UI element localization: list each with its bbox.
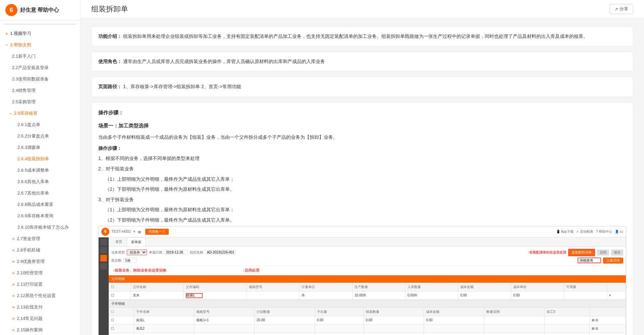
- app-parent-table-body: ☐ 关木 件 10.00件 0.00件 0.00: [109, 291, 626, 300]
- app-btn-bom[interactable]: 选装配料清单: [568, 249, 595, 256]
- app-field-org-label: 组织名称: [190, 249, 203, 256]
- sidebar-item-finance[interactable]: + 2.7资金管理: [0, 233, 80, 244]
- sidebar-item-payment[interactable]: + 2.13在线支付: [0, 301, 80, 313]
- cell-unit: 件: [300, 291, 353, 300]
- sidebar-item-help-docs[interactable]: − 2.帮助文档: [0, 39, 80, 51]
- sidebar-item-cost-recalc[interactable]: 2.6.8商品成本重算: [0, 199, 80, 210]
- app-child-table-body: ☐ 南瓜L 规格1+1 20.00 0.00 0.00 0.00: [109, 316, 626, 335]
- logo-text: 好生意 帮助中心: [20, 7, 59, 14]
- app-field-qty[interactable]: [123, 258, 137, 263]
- intro-block: 功能介绍： 组装拆卸单用来处理企业组装或拆卸等加工业务，支持有固定装配清单的产品…: [91, 26, 633, 46]
- path-text: 1、库存核算->库存管理->组装拆卸单 2、首页->常用功能: [123, 84, 241, 89]
- role-block: 使用角色： 通常由生产人员或库管人员完成拆装业务的操作，库管人员确认原材料的出库…: [91, 52, 633, 71]
- app-field-org[interactable]: [205, 250, 235, 255]
- col-avail: 可用量: [564, 283, 607, 291]
- col-cost-unit: 成本单价: [511, 283, 564, 291]
- path-label: 页面路径：: [98, 84, 122, 89]
- sidebar-item-stocktake[interactable]: 2.6.1盘点单: [0, 119, 80, 130]
- col-ops2: [590, 308, 626, 316]
- app-field-date[interactable]: [164, 250, 188, 255]
- app-field-supplier[interactable]: [578, 258, 601, 263]
- app-field-date-label: 单据日期: [149, 249, 162, 256]
- col-plan-qty: 计划数量: [255, 308, 315, 316]
- app-form-row: 业务类型 组装单 拆卸单 单据日期 组织名称: [111, 249, 623, 256]
- sidebar-item-video[interactable]: + 1.视频学习: [0, 28, 80, 39]
- sidebar-item-mobile[interactable]: + 2.8手机旺铺: [0, 244, 80, 256]
- sidebar-header: 6 好生意 帮助中心: [0, 0, 80, 20]
- sidebar-item-faq[interactable]: + 2.14常见问题: [0, 313, 80, 324]
- app-btn-save[interactable]: 保存: [611, 249, 623, 256]
- app-field-type[interactable]: 组装单 拆卸单: [127, 249, 147, 255]
- cell-in-qty: 0.00件: [405, 291, 458, 300]
- annotation-bom: ↑有装配清单的在这里处理: [528, 249, 566, 256]
- sidebar-item-transfer[interactable]: 2.6.3调拨单: [0, 142, 80, 153]
- sidebar-item-purchase[interactable]: 2.5采购管理: [0, 96, 80, 108]
- sidebar-item-newbie[interactable]: 2.1新手入门: [0, 51, 80, 62]
- sidebar-item-other-in[interactable]: 2.6.6其他入库单: [0, 176, 80, 187]
- sidebar-item-personalize[interactable]: + 2.12系统个性化设置: [0, 290, 80, 301]
- step2: 2、对于组装业务: [98, 164, 626, 173]
- app-sync-button[interactable]: 同期账一方: [145, 229, 169, 235]
- steps-text: 1、根据不同的业务，选择不同单据的类型来处理 2、对于组装业务 （1）上部明细为…: [98, 154, 626, 224]
- sidebar-item-install[interactable]: 2.2产品安装及登录: [0, 62, 80, 73]
- col-cost-amt: 成本金额: [458, 283, 511, 291]
- app-child-table-wrapper: ☐ 子件名称 规格型号 计划数量 子出量 组装数量 成本金额 数量说明: [109, 308, 626, 335]
- cell-action: +: [607, 291, 626, 300]
- app-form: 业务类型 组装单 拆卸单 单据日期 组织名称: [109, 247, 626, 266]
- annotation-toggle: ↑组装业务、拆卸业务在这里切换: [111, 267, 168, 275]
- sidebar-item-sales[interactable]: 2.4销售管理: [0, 85, 80, 96]
- sidebar-item-operations[interactable]: + 2.10经营管理: [0, 267, 80, 279]
- app-dropdown-icon: ▼: [132, 229, 136, 235]
- row-icons: ⊞ ⊟: [592, 318, 598, 322]
- ops-label: 操作步骤：: [98, 144, 626, 153]
- app-field-qty-label: 批次数: [111, 258, 121, 264]
- content-area: 功能介绍： 组装拆卸单用来处理企业组装或拆卸等加工业务，支持有固定装配清单的产品…: [80, 18, 644, 335]
- sidebar-item-ledger-error[interactable]: 2.6.10库存账本错了怎么办: [0, 222, 80, 233]
- col-check: ☐: [109, 283, 131, 291]
- sidebar-item-prepare[interactable]: 2.3使用前数据准备: [0, 73, 80, 85]
- sidebar-item-ledger-query[interactable]: 2.6.9库存账本查询: [0, 210, 80, 222]
- cell-code-input[interactable]: [186, 293, 203, 298]
- app-user: 👤 cc: [615, 229, 623, 235]
- sidebar-leaf-label: 2.1新手入门: [12, 53, 36, 59]
- app-main: 首页 新单据 业务类型 组装单 拆卸单: [109, 237, 626, 335]
- search-bar[interactable]: 🔍: [4, 24, 76, 24]
- col-process: 加工V: [544, 308, 590, 316]
- col-parent-code: 父件编码: [184, 283, 247, 291]
- share-icon: ↗: [614, 7, 618, 12]
- app-logo: 6: [101, 228, 109, 236]
- app-topbar: 6 TEST-H002 ▼ ⚙ 同期账一方 📱 App下载 ✓ 启动检查 ? 帮…: [99, 226, 626, 237]
- app-nav-icon3: [100, 255, 107, 262]
- sidebar-item-cost-adjust[interactable]: 2.6.5成本调整单: [0, 165, 80, 176]
- cell-parent-code: [184, 291, 247, 300]
- sidebar-item-cases[interactable]: + 2.15操作案例: [0, 324, 80, 335]
- logo-icon: 6: [5, 4, 17, 16]
- app-tab-home[interactable]: 首页: [111, 237, 126, 246]
- app-download: 📱 App下载: [556, 229, 574, 235]
- app-parent-section-header: 父件明细: [109, 275, 626, 283]
- app-btn-confirm[interactable]: 立案完结: [603, 258, 623, 264]
- sidebar-item-other-out[interactable]: 2.6.7其他出库单: [0, 187, 80, 199]
- sidebar-item-assemble[interactable]: 2.6.4组装拆卸单: [0, 153, 80, 165]
- table-row: ☐ 关木 件 10.00件 0.00件 0.00: [109, 291, 626, 300]
- search-icon: 🔍: [69, 24, 74, 24]
- app-form-row2: 批次数 立案完结: [111, 258, 623, 264]
- share-button[interactable]: ↗ 分享: [609, 4, 633, 14]
- sidebar-item-coupon[interactable]: + 2.9优惠券管理: [0, 256, 80, 267]
- cell-add-btn[interactable]: +: [609, 293, 611, 297]
- app-btn-action[interactable]: 启用: [597, 249, 609, 256]
- search-button[interactable]: 🔍: [66, 24, 76, 24]
- app-icon1: ⚙: [138, 229, 143, 234]
- step2-sub2: （2）下部明细为子件明细，最终作为原材料生成其它出库单。: [105, 185, 626, 194]
- app-tab-new[interactable]: 新单据: [127, 237, 146, 246]
- sidebar-item-print[interactable]: + 2.11打印设置: [0, 279, 80, 290]
- cell-check: ☐: [109, 291, 131, 300]
- cell-cost-unit: 0.00: [511, 291, 564, 300]
- col-sub-out: 子出量: [315, 308, 364, 316]
- step3: 3、对于拆装业务: [98, 195, 626, 204]
- search-input[interactable]: [4, 24, 66, 24]
- sidebar-item-partial-stocktake[interactable]: 2.6.2分量盘点单: [0, 130, 80, 142]
- col-ops: [607, 283, 626, 291]
- sidebar-item-inventory[interactable]: − 2.6库存核算: [0, 108, 80, 119]
- col-prod-qty: 生产数量: [353, 283, 406, 291]
